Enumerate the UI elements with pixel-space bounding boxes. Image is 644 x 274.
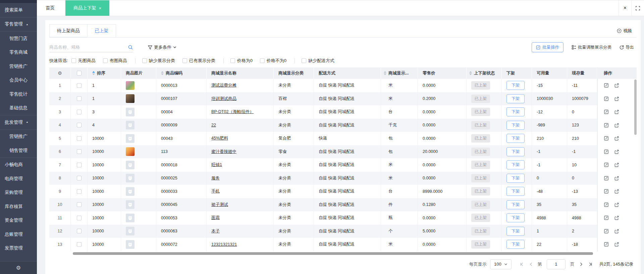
row-checkbox[interactable]	[77, 110, 82, 114]
row-checkbox[interactable]	[77, 96, 82, 101]
row-share-icon[interactable]	[614, 136, 619, 141]
row-share-icon[interactable]	[614, 162, 619, 167]
quick-filter-checkbox[interactable]: 价格不为0	[260, 58, 286, 64]
product-name-link[interactable]: 22	[211, 123, 216, 127]
product-image[interactable]	[126, 161, 135, 169]
row-edit-icon[interactable]	[604, 162, 609, 167]
product-image[interactable]	[126, 227, 135, 235]
header-sort[interactable]: 排序	[97, 70, 105, 76]
sidebar-item-section[interactable]: 批发管理 ▲	[0, 115, 37, 129]
more-conditions-button[interactable]: 更多条件	[148, 44, 176, 50]
checkbox-icon[interactable]	[182, 58, 187, 63]
row-edit-icon[interactable]	[604, 176, 609, 181]
search-icon[interactable]	[128, 45, 133, 50]
sidebar-item-sub[interactable]: 营销推广	[0, 130, 37, 144]
checkbox-icon[interactable]	[230, 58, 235, 63]
row-edit-icon[interactable]	[604, 109, 609, 114]
search-input[interactable]	[49, 45, 128, 50]
product-image[interactable]	[126, 240, 135, 249]
product-image[interactable]	[126, 187, 135, 196]
sidebar-item-sub[interactable]: 零售统计	[0, 87, 37, 101]
sidebar-item-item[interactable]: 小畅电商	[0, 158, 37, 172]
vertical-scrollbar[interactable]	[634, 79, 637, 135]
export-button[interactable]: 导出	[620, 45, 634, 50]
row-share-icon[interactable]	[614, 202, 619, 207]
sidebar-partial-item[interactable]	[0, 0, 37, 3]
sidebar-item-item[interactable]: 搜索菜单	[0, 3, 37, 17]
quick-filter-checkbox[interactable]: 缺少展示分类	[142, 58, 175, 64]
delist-button[interactable]: 下架	[506, 160, 525, 169]
checkbox-icon[interactable]	[71, 58, 76, 63]
quick-filter-checkbox[interactable]: 已有展示分类	[182, 58, 215, 64]
sort-carets-icon[interactable]	[92, 71, 95, 75]
row-edit-icon[interactable]	[604, 242, 609, 247]
last-page-icon[interactable]	[588, 262, 593, 267]
product-name-link[interactable]: 本子	[211, 228, 220, 234]
row-edit-icon[interactable]	[604, 215, 609, 220]
row-share-icon[interactable]	[614, 83, 619, 88]
delist-button[interactable]: 下架	[506, 107, 525, 116]
header-unit[interactable]: 商城显示...	[388, 70, 409, 76]
row-checkbox[interactable]	[77, 149, 82, 154]
sidebar-item-item[interactable]: 电商管理	[0, 172, 37, 186]
product-image[interactable]	[126, 174, 135, 182]
sidebar-item-item[interactable]: 资金管理	[0, 214, 37, 228]
tab-product-listing[interactable]: 商品上下架 ×	[65, 0, 109, 16]
product-image[interactable]	[126, 134, 135, 143]
delist-button[interactable]: 下架	[506, 174, 525, 183]
sidebar-item-sub[interactable]: 营销推广	[0, 59, 37, 73]
delist-button[interactable]: 下架	[506, 200, 525, 209]
quick-filter-checkbox[interactable]: 有图商品	[103, 58, 127, 64]
row-share-icon[interactable]	[614, 229, 619, 234]
delist-button[interactable]: 下架	[506, 134, 525, 143]
fullscreen-icon[interactable]	[631, 0, 644, 16]
next-page-icon[interactable]	[579, 262, 583, 267]
checkbox-icon[interactable]	[260, 58, 265, 63]
row-share-icon[interactable]	[614, 109, 619, 114]
row-checkbox[interactable]	[77, 242, 82, 247]
tab-pending-products[interactable]: 待上架商品	[49, 24, 88, 37]
row-edit-icon[interactable]	[604, 189, 609, 194]
row-edit-icon[interactable]	[604, 229, 609, 234]
first-page-icon[interactable]	[520, 262, 524, 267]
sidebar-item-item[interactable]: 库存核算	[0, 200, 37, 214]
per-page-select[interactable]: 100	[490, 259, 512, 269]
row-edit-icon[interactable]	[604, 202, 609, 207]
row-edit-icon[interactable]	[604, 123, 609, 128]
checkbox-icon[interactable]	[142, 58, 147, 63]
sidebar-item-item[interactable]: 采购管理	[0, 186, 37, 200]
row-edit-icon[interactable]	[604, 83, 609, 88]
row-checkbox[interactable]	[77, 189, 82, 194]
product-name-link[interactable]: 手机	[211, 188, 220, 194]
row-edit-icon[interactable]	[604, 136, 609, 141]
delist-button[interactable]: 下架	[506, 227, 525, 236]
batch-operations-button[interactable]: 批量操作	[532, 42, 564, 52]
row-share-icon[interactable]	[614, 123, 619, 128]
sidebar-item-sub[interactable]: 基础信息	[0, 101, 37, 115]
close-tab-icon[interactable]: ×	[99, 6, 102, 11]
row-checkbox[interactable]	[77, 136, 82, 141]
column-settings-gear-icon[interactable]: ⚙	[58, 70, 62, 76]
delist-button[interactable]: 下架	[506, 240, 525, 249]
sidebar-item-item[interactable]: 总账管理	[0, 227, 37, 241]
header-code[interactable]: 商品编码	[166, 70, 182, 76]
quick-filter-checkbox[interactable]: 无图商品	[71, 58, 96, 64]
tab-home[interactable]: 首页	[39, 0, 61, 16]
row-checkbox[interactable]	[77, 176, 82, 180]
settings-gear-icon[interactable]: ⚙	[16, 265, 21, 271]
product-image[interactable]	[126, 147, 135, 156]
product-name-link[interactable]: 旺铺1	[211, 162, 222, 168]
product-name-link[interactable]: 蜜汁香辣翅中	[211, 149, 236, 155]
delist-button[interactable]: 下架	[506, 147, 525, 156]
product-name-link[interactable]: 面霜	[211, 215, 220, 221]
product-name-link[interactable]: 测试运费分摊	[211, 83, 236, 88]
select-all-checkbox[interactable]	[77, 71, 82, 75]
product-name-link[interactable]: 12321321321	[211, 242, 237, 247]
prev-page-icon[interactable]	[529, 262, 533, 267]
row-share-icon[interactable]	[614, 149, 619, 154]
horizontal-scrollbar[interactable]	[73, 252, 593, 255]
row-share-icon[interactable]	[614, 176, 619, 181]
sidebar-item-section[interactable]: 零售管理 ▲	[0, 17, 37, 32]
video-link[interactable]: 视频	[617, 28, 632, 34]
delist-button[interactable]: 下架	[506, 213, 525, 222]
